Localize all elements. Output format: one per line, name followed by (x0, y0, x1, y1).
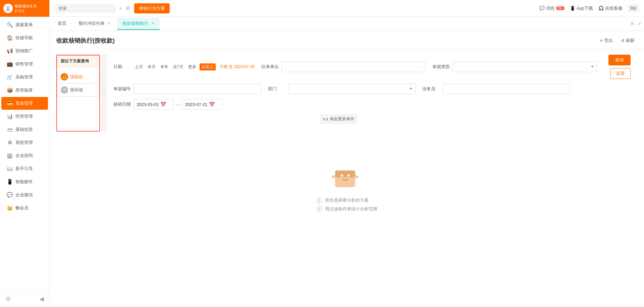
sidebar-item-purchase[interactable]: 🛒 采购管理 (1, 71, 48, 84)
sidebar-item-cooperation[interactable]: 🏢 企业协同 (1, 149, 48, 162)
by-receipt-label: 按收款 (70, 74, 83, 80)
shortcut-this-month[interactable]: 本月 (146, 63, 157, 70)
solution-button[interactable]: 体验行业方案 (134, 3, 170, 13)
sidebar-item-member[interactable]: 👑 畅会员 (1, 202, 48, 214)
svg-rect-1 (335, 170, 355, 177)
page-actions: ↗ 导出 ↺ 刷新 (596, 36, 637, 45)
app-download-button[interactable]: 📱 App下载 (570, 5, 593, 11)
shortcut-more[interactable]: 更多 (187, 63, 198, 70)
inventory-icon: 📦 (7, 87, 13, 93)
hint-num-1: 1 (316, 197, 322, 203)
tabs-actions: ✕ ⤢ (630, 20, 641, 27)
settings-button[interactable]: 设置 (610, 68, 631, 79)
expand-icon[interactable]: ⤢ (637, 20, 641, 27)
tab-receivable[interactable]: 收款核销执行 ✕ (117, 18, 160, 30)
doc-no-label: 单据编号 (113, 86, 131, 92)
empty-svg (330, 157, 364, 191)
tab-prepay-close[interactable]: ✕ (107, 21, 110, 25)
doc-no-input[interactable] (133, 84, 261, 94)
page-container: 收款核销执行(按收款) ↗ 导出 ↺ 刷新 按以下方 (50, 31, 644, 307)
counterpart-input[interactable]: ··· (281, 61, 426, 72)
sidebar-item-inventory[interactable]: 📦 库存核算 (1, 84, 48, 97)
shortcut-last-month[interactable]: 上月 (133, 63, 144, 70)
verify-date-field: 核销日期 2023-03-01 📅 — 2023-07-21 📅 (113, 99, 222, 110)
shortcut-icon: 🏠 (7, 35, 13, 41)
close-tab-icon[interactable]: ✕ (630, 20, 634, 27)
panel-collapse-button[interactable]: « (101, 55, 107, 132)
header-search-input[interactable] (55, 4, 115, 12)
sidebar-item-system[interactable]: ⚙ 系统管理 (1, 136, 48, 149)
tab-prepay-label: 预付冲应付单 (78, 20, 105, 27)
shortcut-this-year[interactable]: 本年 (159, 63, 170, 70)
dept-select[interactable] (288, 84, 416, 94)
query-button[interactable]: 查询 (608, 55, 631, 65)
date-label: 日期 (113, 64, 131, 70)
sidebar-item-wechat[interactable]: 💬 企业微信 (1, 189, 48, 201)
date-field: 日期 上月 本月 本年 近7天 更多 自定义 不限 至 2023-07-26 (113, 63, 255, 70)
gear-icon[interactable]: ⚙ (125, 5, 130, 11)
sidebar-label-member: 畅会员 (15, 205, 29, 211)
filter-actions: 查询 设置 (604, 55, 631, 79)
filter-row-1: 日期 上月 本月 本年 近7天 更多 自定义 不限 至 2023-07-26 (113, 55, 631, 79)
tab-receivable-close[interactable]: ✕ (151, 21, 154, 25)
verify-date-start-input[interactable]: 2023-03-01 📅 (133, 99, 174, 110)
svg-point-3 (347, 174, 350, 177)
sidebar-label-operations: 经营管理 (15, 113, 33, 119)
export-label: 导出 (604, 38, 613, 44)
empty-illustration (330, 157, 364, 191)
staff-input[interactable]: ··· (442, 84, 570, 94)
shortcut-7days[interactable]: 近7天 (172, 63, 185, 70)
message-label: 消息 (546, 5, 555, 11)
doc-type-select[interactable] (452, 61, 597, 72)
receipt-icon: 💰 (61, 73, 68, 81)
verify-date-end-input[interactable]: 2023-07-21 📅 (182, 99, 222, 110)
sidebar-item-finance[interactable]: 💳 资金管理 (1, 97, 48, 110)
sidebar-item-guide[interactable]: 📖 新手引导 (1, 162, 48, 175)
sidebar-label-guide: 新手引导 (15, 166, 33, 172)
sidebar-label-basic: 基础信息 (15, 126, 33, 133)
shortcut-custom[interactable]: 自定义 (200, 63, 216, 70)
page-title: 收款核销执行(按收款) (56, 37, 115, 45)
empty-state: 1 请先选择要分析的方案 2 用过滤条件来缩小分析范围 (50, 137, 644, 232)
filter-panel: 按以下方案查询 💰 按收款 ⏱ 按应收 (56, 55, 100, 132)
calendar-end-icon: 📅 (209, 102, 215, 107)
user-button[interactable]: Rit (628, 5, 639, 12)
settings-icon[interactable]: ⚙ (5, 295, 11, 303)
dropdown-icon[interactable]: ▾ (119, 6, 121, 11)
online-service-button[interactable]: 🎧 在线客服 (598, 5, 623, 11)
sidebar: 🐰 畅捷通好生意 标准版 🔍 搜索菜单 🏠 快捷导航 📢 营销推广 💼 销售管理… (0, 0, 50, 307)
logo-icon: 🐰 (3, 4, 13, 13)
collapse-sidebar-icon[interactable]: ◀ (39, 295, 44, 303)
filter-option-by-receipt[interactable]: 💰 按收款 (57, 70, 99, 84)
member-icon: 👑 (7, 205, 13, 211)
tab-prepay[interactable]: 预付冲应付单 ✕ (73, 18, 116, 30)
date-unlimited-text: 不限 至 2023-07-26 (220, 64, 255, 70)
verify-date-end-value: 2023-07-21 (185, 102, 208, 107)
sidebar-item-basic[interactable]: 🗃 基础信息 (1, 123, 48, 136)
page-header: 收款核销执行(按收款) ↗ 导出 ↺ 刷新 (50, 31, 644, 49)
sidebar-label-inventory: 库存核算 (15, 87, 33, 93)
sidebar-item-sales[interactable]: 💼 销售管理 (1, 58, 48, 70)
logo-text: 畅捷通好生意 标准版 (15, 4, 37, 13)
sidebar-label-wechat: 企业微信 (15, 192, 33, 198)
filter-option-by-receivable[interactable]: ⏱ 按应收 (57, 84, 99, 97)
messages-button[interactable]: 💬 消息 99+ (539, 5, 565, 11)
sidebar-item-operations[interactable]: 📊 经营管理 (1, 110, 48, 123)
sidebar-item-hardware[interactable]: 📱 智能硬件 (1, 175, 48, 188)
tab-home[interactable]: 首页 (52, 18, 72, 30)
collapse-more-button[interactable]: ∧∧ 收起更多条件 (320, 114, 357, 123)
sidebar-label-system: 系统管理 (15, 140, 33, 146)
sidebar-label-hardware: 智能硬件 (15, 179, 33, 185)
refresh-button[interactable]: ↺ 刷新 (618, 36, 637, 45)
purchase-icon: 🛒 (7, 74, 13, 80)
sidebar-item-marketing[interactable]: 📢 营销推广 (1, 45, 48, 57)
sidebar-item-search[interactable]: 🔍 搜索菜单 (1, 18, 48, 31)
message-badge: 99+ (556, 6, 565, 10)
verify-date-label: 核销日期 (113, 101, 131, 107)
filter-row-3: 核销日期 2023-03-01 📅 — 2023-07-21 📅 (113, 99, 631, 110)
sidebar-item-shortcut[interactable]: 🏠 快捷导航 (1, 32, 48, 44)
receivable-icon: ⏱ (61, 86, 68, 94)
message-icon: 💬 (539, 6, 545, 11)
export-button[interactable]: ↗ 导出 (596, 36, 615, 45)
sidebar-label-finance: 资金管理 (15, 100, 33, 106)
